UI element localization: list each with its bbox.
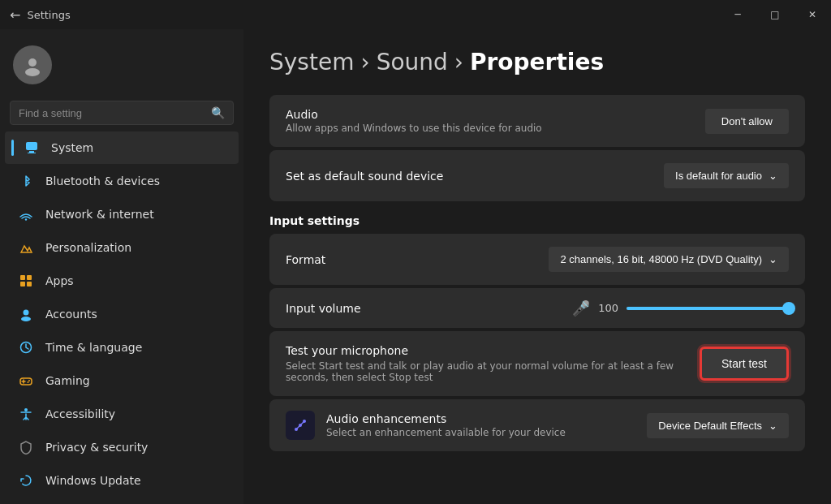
- svg-point-10: [24, 310, 29, 316]
- default-device-dropdown-label: Is default for audio: [675, 170, 762, 182]
- enhancement-chevron-icon: ⌄: [769, 420, 777, 432]
- audio-card: Audio Allow apps and Windows to use this…: [269, 95, 805, 147]
- sidebar-item-label-network: Network & internet: [45, 208, 154, 221]
- sidebar-item-system[interactable]: System: [5, 131, 239, 164]
- audio-label: Audio: [286, 108, 542, 121]
- sidebar-item-label-system: System: [51, 141, 93, 154]
- main-layout: 🔍 System Bluetooth & devices: [0, 29, 831, 504]
- volume-label: Input volume: [286, 302, 361, 315]
- svg-rect-6: [20, 275, 25, 280]
- default-device-label: Set as default sound device: [286, 170, 443, 183]
- minimize-button[interactable]: ─: [719, 0, 756, 29]
- svg-point-1: [25, 68, 40, 76]
- search-input[interactable]: [19, 107, 205, 119]
- active-indicator: [11, 140, 14, 156]
- chevron-down-icon: ⌄: [769, 170, 777, 182]
- svg-rect-7: [27, 275, 32, 280]
- breadcrumb-properties: Properties: [470, 49, 604, 75]
- svg-point-5: [25, 218, 27, 220]
- test-text-block: Test your microphone Select Start test a…: [286, 344, 691, 383]
- svg-point-11: [21, 317, 31, 321]
- sidebar-item-accounts[interactable]: Accounts: [5, 298, 239, 330]
- breadcrumb-sep-2: ›: [454, 49, 463, 75]
- test-microphone-row: Test your microphone Select Start test a…: [269, 331, 805, 396]
- titlebar: ← Settings ─ □ ✕: [0, 0, 831, 29]
- sidebar-item-privacy[interactable]: Privacy & security: [5, 431, 239, 463]
- enhancement-text: Audio enhancements Select an enhancement…: [326, 412, 566, 438]
- input-settings-header: Input settings: [269, 214, 805, 227]
- content-area: System › Sound › Properties Audio Allow …: [243, 29, 831, 504]
- sidebar-item-label-personalization: Personalization: [45, 241, 131, 254]
- format-row: Format 2 channels, 16 bit, 48000 Hz (DVD…: [269, 234, 805, 285]
- audio-enhancements-row: Audio enhancements Select an enhancement…: [269, 399, 805, 451]
- enhancement-left: Audio enhancements Select an enhancement…: [286, 411, 566, 440]
- gaming-icon: [18, 373, 34, 389]
- test-label: Test your microphone: [286, 344, 691, 357]
- maximize-button[interactable]: □: [756, 0, 794, 29]
- enhancement-sub: Select an enhancement available for your…: [326, 427, 566, 438]
- sidebar-item-windows[interactable]: Windows Update: [5, 464, 239, 497]
- breadcrumb-system: System: [269, 49, 354, 75]
- sidebar-item-bluetooth[interactable]: Bluetooth & devices: [5, 165, 239, 197]
- sidebar-item-label-accounts: Accounts: [45, 308, 97, 321]
- personalization-icon: [18, 239, 34, 256]
- enhancement-dropdown-label: Device Default Effects: [658, 420, 762, 432]
- network-icon: [18, 206, 34, 222]
- svg-rect-4: [28, 153, 36, 153]
- breadcrumb-sound: Sound: [377, 49, 448, 75]
- svg-rect-3: [29, 151, 34, 153]
- accessibility-icon: [18, 406, 34, 422]
- sidebar-item-personalization[interactable]: Personalization: [5, 231, 239, 264]
- volume-number: 100: [598, 302, 618, 314]
- mic-icon: 🎤: [572, 299, 590, 317]
- sidebar-item-gaming[interactable]: Gaming: [5, 364, 239, 397]
- default-device-dropdown[interactable]: Is default for audio ⌄: [664, 163, 789, 188]
- svg-rect-8: [20, 282, 25, 286]
- audio-text: Audio Allow apps and Windows to use this…: [286, 108, 542, 134]
- volume-row: Input volume 🎤 100: [269, 288, 805, 328]
- search-icon: 🔍: [211, 106, 225, 119]
- sidebar-item-accessibility[interactable]: Accessibility: [5, 398, 239, 430]
- volume-slider[interactable]: [626, 307, 789, 310]
- format-chevron-icon: ⌄: [769, 253, 777, 265]
- enhancement-label: Audio enhancements: [326, 412, 566, 425]
- audio-sub: Allow apps and Windows to use this devic…: [286, 123, 542, 134]
- sidebar-item-label-time: Time & language: [45, 341, 142, 354]
- breadcrumb-sep-1: ›: [360, 49, 369, 75]
- format-dropdown[interactable]: 2 channels, 16 bit, 48000 Hz (DVD Qualit…: [549, 247, 789, 272]
- dont-allow-button[interactable]: Don't allow: [705, 109, 789, 134]
- slider-fill: [626, 307, 789, 310]
- sidebar-item-network[interactable]: Network & internet: [5, 198, 239, 230]
- slider-thumb: [782, 302, 795, 315]
- sidebar: 🔍 System Bluetooth & devices: [0, 29, 243, 504]
- search-box[interactable]: 🔍: [10, 101, 234, 125]
- sidebar-item-label-privacy: Privacy & security: [45, 441, 148, 454]
- svg-point-15: [28, 381, 29, 383]
- enhancement-icon: [286, 411, 315, 440]
- sidebar-item-label-accessibility: Accessibility: [45, 407, 115, 420]
- privacy-icon: [18, 439, 34, 455]
- accounts-icon: [18, 306, 34, 322]
- sidebar-item-apps[interactable]: Apps: [5, 265, 239, 297]
- sidebar-item-label-gaming: Gaming: [45, 374, 90, 387]
- sidebar-item-time[interactable]: Time & language: [5, 331, 239, 364]
- svg-rect-2: [26, 142, 37, 150]
- volume-control: 🎤 100: [572, 299, 789, 317]
- time-icon: [18, 339, 34, 355]
- sidebar-item-label-apps: Apps: [45, 274, 74, 287]
- avatar: [13, 45, 52, 84]
- start-test-button[interactable]: Start test: [700, 347, 789, 381]
- back-button[interactable]: ←: [10, 7, 20, 23]
- sidebar-item-label-windows: Windows Update: [45, 474, 141, 487]
- page-header: System › Sound › Properties: [269, 49, 805, 75]
- enhancement-dropdown[interactable]: Device Default Effects ⌄: [647, 413, 789, 438]
- apps-icon: [18, 273, 34, 289]
- sidebar-avatar-area: [0, 36, 243, 97]
- system-icon: [24, 140, 40, 156]
- format-label: Format: [286, 253, 325, 266]
- test-sub: Select Start test and talk or play audio…: [286, 360, 691, 383]
- svg-rect-9: [27, 282, 32, 286]
- close-button[interactable]: ✕: [794, 0, 831, 29]
- windows-update-icon: [18, 472, 34, 489]
- sidebar-item-label-bluetooth: Bluetooth & devices: [45, 174, 160, 187]
